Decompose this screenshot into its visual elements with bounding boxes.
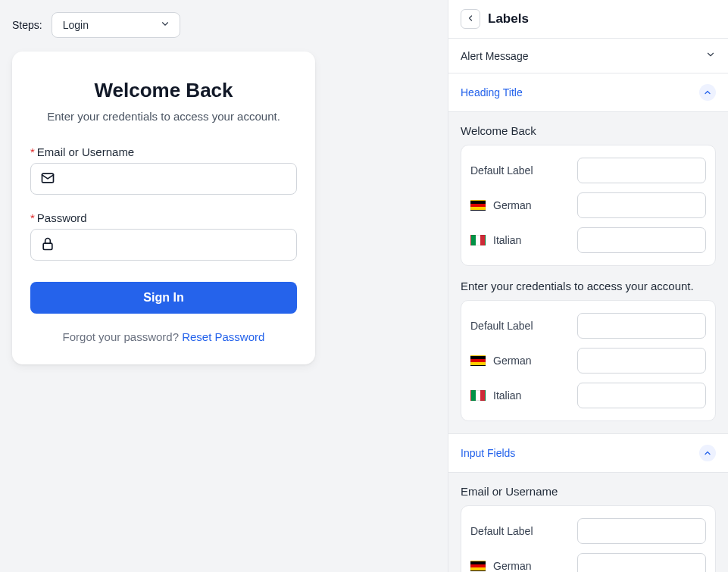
accordion-inputs: Input Fields Email or Username Default L…	[448, 433, 728, 572]
login-card: Welcome Back Enter your credentials to a…	[12, 52, 315, 364]
forgot-row: Forgot your password? Reset Password	[30, 330, 297, 343]
login-subtitle: Enter your credentials to access your ac…	[30, 110, 297, 123]
language-name: Italian	[493, 389, 521, 402]
flag-it-icon	[470, 390, 486, 401]
panel-title: Labels	[488, 11, 529, 27]
flag-de-icon	[470, 355, 486, 366]
accordion-alert: Alert Message	[448, 38, 728, 73]
accordion-header-heading[interactable]: Heading Title	[448, 73, 728, 111]
language-name: German	[493, 560, 532, 572]
translation-input-default[interactable]	[577, 313, 706, 339]
block-heading: Enter your credentials to access your ac…	[461, 280, 716, 292]
labels-block: Email or Username Default Label German I…	[461, 485, 716, 572]
login-title: Welcome Back	[30, 79, 297, 102]
translation-input-german[interactable]	[577, 348, 706, 374]
steps-row: Steps: Login	[12, 12, 436, 38]
language-name: Default Label	[470, 320, 533, 332]
labels-block: Welcome Back Default Label German Italia…	[461, 124, 716, 266]
email-field-group: *Email or Username	[30, 145, 297, 195]
flag-it-icon	[470, 235, 486, 245]
labels-panel: Labels Alert Message Heading Title Welco…	[448, 0, 728, 572]
signin-button[interactable]: Sign In	[30, 282, 297, 314]
translation-row-default: Default Label	[470, 153, 706, 188]
password-input[interactable]	[61, 239, 287, 252]
steps-select[interactable]: Login	[52, 12, 180, 38]
password-input-wrap[interactable]	[30, 229, 297, 261]
translation-row-default: Default Label	[470, 308, 706, 343]
language-name: German	[493, 199, 532, 211]
translation-row-default: Default Label	[470, 514, 706, 549]
password-field-group: *Password	[30, 211, 297, 261]
translation-card: Default Label German Italian	[461, 505, 716, 572]
reset-password-link[interactable]: Reset Password	[182, 330, 264, 343]
accordion-title-inputs: Input Fields	[461, 447, 515, 459]
email-label: *Email or Username	[30, 145, 297, 158]
accordion-heading: Heading Title Welcome Back Default Label…	[448, 73, 728, 433]
translation-input-german[interactable]	[577, 553, 706, 572]
translation-input-italian[interactable]	[577, 227, 706, 253]
translation-row-german: German	[470, 549, 706, 572]
translation-row-italian: Italian	[470, 378, 706, 413]
forgot-text: Forgot your password?	[63, 330, 183, 343]
language-name: Default Label	[470, 525, 533, 537]
svg-rect-1	[43, 243, 52, 249]
flag-de-icon	[470, 561, 486, 571]
steps-selected-value: Login	[63, 19, 89, 31]
chevron-left-icon	[466, 13, 475, 25]
translation-card: Default Label German Italian	[461, 300, 716, 421]
accordion-header-alert[interactable]: Alert Message	[448, 39, 728, 73]
language-name: German	[493, 355, 532, 367]
accordion-body-heading: Welcome Back Default Label German Italia…	[448, 111, 728, 433]
translation-input-german[interactable]	[577, 192, 706, 218]
translation-row-german: German	[470, 188, 706, 223]
email-input[interactable]	[61, 173, 287, 186]
translation-card: Default Label German Italian	[461, 145, 716, 266]
accordion-header-inputs[interactable]: Input Fields	[448, 434, 728, 472]
mail-icon	[40, 170, 55, 188]
back-button[interactable]	[461, 9, 480, 29]
lock-icon	[40, 236, 55, 254]
labels-block: Enter your credentials to access your ac…	[461, 280, 716, 421]
chevron-up-icon	[699, 84, 716, 101]
steps-label: Steps:	[12, 19, 42, 31]
block-heading: Email or Username	[461, 485, 716, 498]
panel-header: Labels	[448, 0, 728, 38]
accordion-body-inputs: Email or Username Default Label German I…	[448, 472, 728, 572]
preview-pane: Steps: Login Welcome Back Enter your cre…	[0, 0, 448, 572]
accordion-title-heading: Heading Title	[461, 86, 523, 98]
language-name: Italian	[493, 234, 521, 246]
translation-row-german: German	[470, 343, 706, 378]
translation-input-default[interactable]	[577, 518, 706, 544]
email-input-wrap[interactable]	[30, 163, 297, 195]
accordion-title-alert: Alert Message	[461, 50, 528, 62]
block-heading: Welcome Back	[461, 124, 716, 137]
chevron-down-icon	[160, 19, 170, 32]
translation-input-italian[interactable]	[577, 383, 706, 408]
chevron-down-icon	[705, 49, 716, 62]
password-label: *Password	[30, 211, 297, 224]
chevron-up-icon	[699, 445, 716, 461]
flag-de-icon	[470, 200, 486, 211]
translation-input-default[interactable]	[577, 158, 706, 183]
language-name: Default Label	[470, 164, 533, 177]
translation-row-italian: Italian	[470, 223, 706, 258]
